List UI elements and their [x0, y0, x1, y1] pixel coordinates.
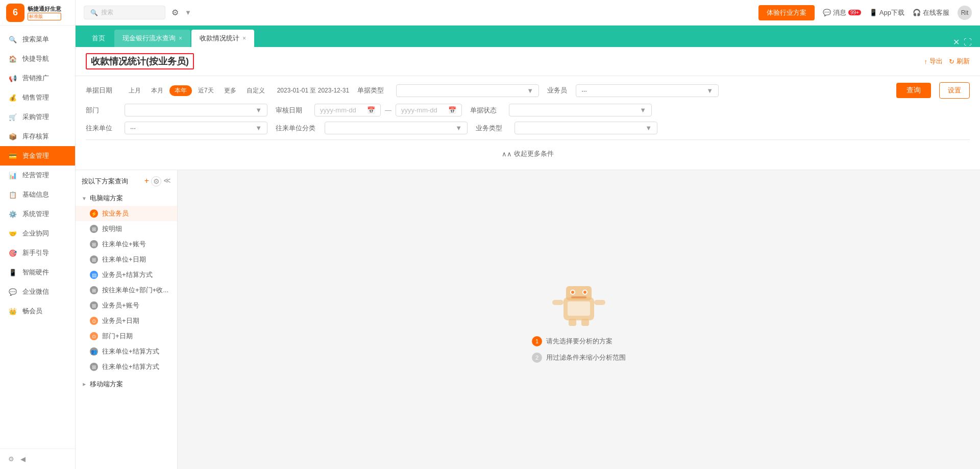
- topbar-search[interactable]: 🔍 搜索: [84, 6, 165, 19]
- partner-select[interactable]: ··· ▼: [125, 122, 267, 134]
- scheme-item-salesperson-date[interactable]: ⊙ 业务员+日期: [76, 313, 177, 329]
- scheme-item-partner-settlement2[interactable]: ⊞ 往来单位+结算方式: [76, 359, 177, 374]
- date-tab-custom[interactable]: 自定义: [242, 85, 269, 96]
- right-content: 1 请先选择要分析的方案 2 用过滤条件来缩小分析范围: [178, 170, 980, 469]
- app-download-action[interactable]: 📱 App下载: [869, 8, 904, 17]
- dept-date-icon: ⊙: [90, 332, 98, 340]
- date-tab-this-month[interactable]: 本月: [147, 85, 167, 96]
- sidebar-item-search[interactable]: 🔍 搜索菜单: [0, 30, 75, 49]
- export-button[interactable]: ↑ 导出: [924, 57, 943, 66]
- sidebar-item-purchase[interactable]: 🛒 采购管理: [0, 107, 75, 127]
- sidebar-item-inventory[interactable]: 📦 库存核算: [0, 127, 75, 146]
- tab-collection-close[interactable]: ×: [242, 35, 246, 42]
- scheme-group-mobile-title[interactable]: ▼ 移动端方案: [76, 377, 177, 392]
- message-icon: 💬: [823, 9, 831, 16]
- scheme-item-salesperson-account[interactable]: ⊞ 业务员+账号: [76, 298, 177, 313]
- date-tab-more[interactable]: 更多: [220, 85, 240, 96]
- user-avatar[interactable]: Rit: [958, 6, 972, 20]
- refresh-icon: ↻: [949, 58, 954, 65]
- collapse-sidebar-icon[interactable]: ◀: [20, 455, 26, 463]
- refresh-button[interactable]: ↻ 刷新: [949, 57, 970, 66]
- empty-state: 1 请先选择要分析的方案 2 用过滤条件来缩小分析范围: [178, 170, 980, 469]
- sidebar-item-marketing[interactable]: 📢 营销推广: [0, 68, 75, 88]
- sidebar-item-guide[interactable]: 🎯 新手引导: [0, 243, 75, 263]
- dept-select[interactable]: ▼: [125, 104, 267, 116]
- scheme-item-by-salesperson[interactable]: ⚡ 按业务员: [76, 206, 177, 221]
- collapse-scheme-icon[interactable]: ≪: [163, 176, 171, 186]
- sidebar-item-wechat[interactable]: 💬 企业微信: [0, 282, 75, 301]
- tabs-right-actions: ✕ ⛶: [953, 37, 972, 47]
- type-select[interactable]: ▼: [396, 84, 539, 97]
- sidebar-item-hardware[interactable]: 📱 智能硬件: [0, 263, 75, 282]
- empty-illustration: [548, 277, 609, 328]
- partner-settlement2-icon: ⊞: [90, 363, 98, 371]
- tab-close-all-icon[interactable]: ✕: [953, 37, 960, 47]
- partner-date-icon: ⊞: [90, 255, 98, 264]
- scheme-item-partner-date[interactable]: ⊞ 往来单位+日期: [76, 252, 177, 267]
- sidebar-item-finance[interactable]: 💳 资金管理: [0, 146, 75, 166]
- settings-button[interactable]: 设置: [939, 82, 970, 99]
- salesperson-arrow: ▼: [706, 87, 713, 95]
- date-tab-this-year[interactable]: 本年: [169, 85, 192, 96]
- gear-icon[interactable]: ⚙: [172, 8, 179, 17]
- scheme-item-partner-account[interactable]: ⊞ 往来单位+账号: [76, 237, 177, 252]
- partner-arrow: ▼: [255, 124, 262, 132]
- filter-row-2: 部门 ▼ 审核日期 yyyy-mm-dd 📅 — yyyy-mm-dd 📅: [86, 104, 970, 116]
- sidebar-item-quick-nav[interactable]: 🏠 快捷导航: [0, 49, 75, 68]
- tab-home-label: 首页: [92, 34, 105, 43]
- sidebar-item-enterprise[interactable]: 🤝 企业协同: [0, 224, 75, 243]
- add-scheme-icon[interactable]: +: [144, 176, 149, 186]
- query-button[interactable]: 查询: [896, 83, 931, 98]
- status-select[interactable]: ▼: [509, 104, 652, 116]
- date-tab-7days[interactable]: 近7天: [194, 85, 218, 96]
- tab-collection[interactable]: 收款情况统计 ×: [191, 30, 254, 47]
- enterprise-icon: 🤝: [8, 229, 17, 238]
- collapse-button[interactable]: ∧∧ 收起更多条件: [91, 149, 965, 158]
- partner-dept-icon: ⊞: [90, 286, 98, 294]
- guide-icon: 🎯: [8, 248, 17, 257]
- status-label: 单据状态: [470, 106, 501, 115]
- online-service-action[interactable]: 🎧 在线客服: [913, 8, 949, 17]
- sidebar-item-label: 经营管理: [22, 171, 49, 180]
- scheme-item-dept-date[interactable]: ⊙ 部门+日期: [76, 329, 177, 344]
- salesperson-select[interactable]: ··· ▼: [576, 84, 719, 97]
- collapse-chevron-icon: ∧∧: [502, 150, 512, 158]
- date-tab-last-month[interactable]: 上月: [125, 85, 145, 96]
- salesperson-dots: ···: [581, 87, 587, 95]
- left-panel-title: 按以下方案查询: [82, 177, 141, 186]
- sidebar-item-operation[interactable]: 📊 经营管理: [0, 166, 75, 185]
- scheme-item-salesperson-settlement[interactable]: ▤ 业务员+结算方式: [76, 267, 177, 283]
- sidebar-item-system[interactable]: ⚙️ 系统管理: [0, 204, 75, 224]
- messages-action[interactable]: 💬 消息 99+: [823, 8, 861, 17]
- tab-maximize-icon[interactable]: ⛶: [964, 38, 972, 47]
- search-topbar-icon: 🔍: [90, 9, 98, 16]
- settings-scheme-icon[interactable]: ⚙: [151, 176, 161, 186]
- tab-bank-flow-label: 现金银行流水查询: [122, 34, 176, 43]
- tab-bank-flow[interactable]: 现金银行流水查询 ×: [114, 30, 190, 47]
- dept-select-arrow: ▼: [255, 106, 262, 114]
- audit-date-end[interactable]: yyyy-mm-dd 📅: [396, 104, 462, 116]
- wechat-icon: 💬: [8, 287, 17, 296]
- trial-button[interactable]: 体验行业方案: [758, 5, 815, 20]
- sidebar-item-member[interactable]: 👑 畅会员: [0, 301, 75, 321]
- partner-type-select[interactable]: ▼: [325, 122, 468, 134]
- salesperson-account-icon: ⊞: [90, 301, 98, 310]
- scheme-item-partner-dept[interactable]: ⊞ 按往来单位+部门+收...: [76, 283, 177, 298]
- audit-date-start[interactable]: yyyy-mm-dd 📅: [314, 104, 381, 116]
- scheme-item-by-detail[interactable]: ⊞ 按明细: [76, 221, 177, 237]
- sidebar-item-sales[interactable]: 💰 销售管理: [0, 88, 75, 107]
- tab-home[interactable]: 首页: [84, 30, 113, 47]
- partner-label: 往来单位: [86, 124, 116, 133]
- scheme-item-partner-settlement1[interactable]: 👥 往来单位+结算方式: [76, 344, 177, 359]
- tab-bank-flow-close[interactable]: ×: [179, 35, 182, 42]
- biz-type-select[interactable]: ▼: [514, 122, 657, 134]
- scheme-item-label: 往来单位+账号: [102, 240, 146, 249]
- scheme-group-desktop-title[interactable]: ▼ 电脑端方案: [76, 191, 177, 206]
- dropdown-icon[interactable]: ▼: [185, 9, 191, 16]
- date-dash: —: [385, 106, 391, 114]
- collapse-label: 收起更多条件: [514, 149, 554, 158]
- date-label: 单据日期: [86, 86, 116, 95]
- scheme-item-label: 业务员+日期: [102, 316, 139, 325]
- sidebar-item-basic[interactable]: 📋 基础信息: [0, 185, 75, 204]
- settings-bottom-icon[interactable]: ⚙: [8, 455, 14, 463]
